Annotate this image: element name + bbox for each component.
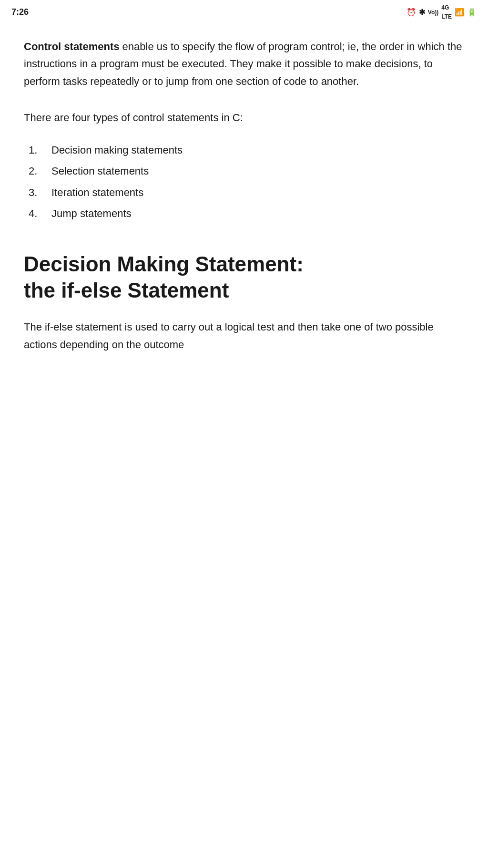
list-item: 4. Jump statements [29, 205, 464, 222]
list-text-2: Selection statements [51, 163, 464, 180]
section-heading-line1: Decision Making Statement: [24, 252, 304, 276]
list-text-4: Jump statements [51, 205, 464, 222]
signal-icon: 📶 [455, 7, 464, 19]
section-heading-line2: the if-else Statement [24, 279, 229, 302]
list-number-1: 1. [29, 142, 51, 159]
alarm-icon [407, 7, 416, 19]
types-list: 1. Decision making statements 2. Selecti… [24, 142, 464, 222]
bluetooth-icon [419, 7, 425, 19]
volume-icon: Vo)) [428, 8, 438, 17]
list-number-4: 4. [29, 205, 51, 222]
lte-icon: 4GLTE [441, 3, 452, 21]
list-number-3: 3. [29, 184, 51, 201]
status-bar: 7:26 Vo)) 4GLTE 📶 🔋 [0, 0, 488, 23]
list-item: 1. Decision making statements [29, 142, 464, 159]
list-item: 2. Selection statements [29, 163, 464, 180]
intro-paragraph: Control statements enable us to specify … [24, 38, 464, 90]
control-statements-bold: Control statements [24, 41, 119, 52]
content-area: Control statements enable us to specify … [0, 23, 488, 382]
status-icons: Vo)) 4GLTE 📶 🔋 [407, 3, 477, 21]
battery-icon: 🔋 [467, 7, 477, 19]
types-intro: There are four types of control statemen… [24, 109, 464, 126]
section-heading: Decision Making Statement: the if-else S… [24, 251, 464, 303]
list-text-3: Iteration statements [51, 184, 464, 201]
status-time: 7:26 [11, 6, 29, 19]
section-paragraph: The if-else statement is used to carry o… [24, 319, 464, 353]
list-item: 3. Iteration statements [29, 184, 464, 201]
list-number-2: 2. [29, 163, 51, 180]
list-text-1: Decision making statements [51, 142, 464, 159]
